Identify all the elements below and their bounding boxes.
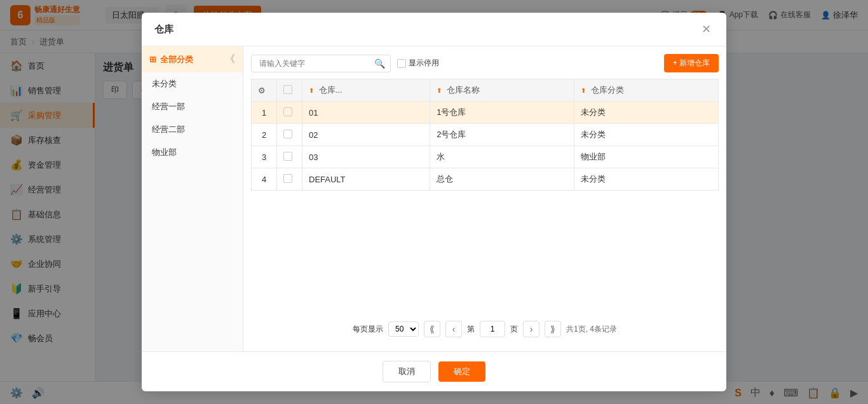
- table-body: 1 01 1号仓库 未分类 2 02 2号仓库: [252, 102, 719, 191]
- checkbox-icon: [397, 59, 406, 68]
- last-page-button[interactable]: ⟫: [545, 321, 561, 337]
- dialog-title: 仓库: [154, 24, 173, 36]
- category-property[interactable]: 物业部: [142, 141, 243, 164]
- first-page-button[interactable]: ⟪: [424, 321, 440, 337]
- total-info: 共1页, 4条记录: [566, 324, 617, 335]
- sort-icon: ⬆: [309, 87, 314, 94]
- table-scroll-area: ⚙ ⬆ 仓库... ⬆ 仓库名称: [251, 79, 719, 314]
- row-name: 总仓: [430, 168, 574, 191]
- row-category: 未分类: [574, 102, 719, 124]
- category-operations-2[interactable]: 经营二部: [142, 118, 243, 141]
- table-area: 🔍 显示停用 + 新增仓库 ⚙: [243, 46, 726, 351]
- th-name: ⬆ 仓库名称: [430, 79, 574, 102]
- page-size-select[interactable]: 50: [388, 321, 419, 337]
- search-input-wrap: 🔍: [251, 55, 391, 72]
- row-checkbox[interactable]: [277, 124, 302, 146]
- th-code: ⬆ 仓库...: [302, 79, 430, 102]
- table-row[interactable]: 1 01 1号仓库 未分类: [252, 102, 719, 124]
- category-unclassified[interactable]: 未分类: [142, 72, 243, 95]
- row-code: 03: [302, 146, 430, 168]
- grid-icon: ⊞: [149, 55, 156, 64]
- row-num: 1: [252, 102, 277, 124]
- prev-page-button[interactable]: ‹: [445, 321, 462, 337]
- category-sidebar: ⊞ 全部分类 《 未分类 经营一部 经营二部 物业部: [142, 46, 243, 351]
- row-category: 未分类: [574, 168, 719, 191]
- add-warehouse-button[interactable]: + 新增仓库: [664, 54, 719, 72]
- row-checkbox[interactable]: [277, 168, 302, 191]
- category-operations-1[interactable]: 经营一部: [142, 95, 243, 118]
- all-categories-item[interactable]: ⊞ 全部分类 《: [142, 46, 243, 72]
- sort-icon-cat: ⬆: [581, 87, 586, 94]
- dialog-footer: 取消 确定: [142, 351, 726, 391]
- row-code: DEFAULT: [302, 168, 430, 191]
- page-number-input[interactable]: [480, 321, 505, 337]
- row-name: 1号仓库: [430, 102, 574, 124]
- pagination-bar: 每页显示 50 ⟪ ‹ 第 页 › ⟫ 共1页, 4条记录: [251, 314, 719, 344]
- header-checkbox[interactable]: [283, 85, 292, 94]
- all-categories-label: ⊞ 全部分类: [149, 54, 193, 65]
- confirm-button[interactable]: 确定: [438, 361, 485, 382]
- th-checkbox: [277, 79, 302, 102]
- cancel-button[interactable]: 取消: [383, 361, 431, 382]
- row-num: 4: [252, 168, 277, 191]
- dialog-overlay: 仓库 ✕ ⊞ 全部分类 《 未分类 经营一部 经营二部 物业部: [0, 0, 868, 404]
- next-page-button[interactable]: ›: [523, 321, 539, 337]
- show-disabled-checkbox[interactable]: 显示停用: [397, 58, 439, 69]
- search-icon[interactable]: 🔍: [374, 58, 385, 69]
- row-num: 3: [252, 146, 277, 168]
- search-input[interactable]: [257, 55, 374, 72]
- table-header: ⚙ ⬆ 仓库... ⬆ 仓库名称: [252, 79, 719, 102]
- table-row[interactable]: 2 02 2号仓库 未分类: [252, 124, 719, 146]
- table-header-row: ⚙ ⬆ 仓库... ⬆ 仓库名称: [252, 79, 719, 102]
- row-name: 水: [430, 146, 574, 168]
- row-category: 未分类: [574, 124, 719, 146]
- dialog-header: 仓库 ✕: [142, 13, 726, 46]
- row-checkbox[interactable]: [277, 102, 302, 124]
- dialog-close-button[interactable]: ✕: [698, 22, 714, 37]
- table-row[interactable]: 3 03 水 物业部: [252, 146, 719, 168]
- row-name: 2号仓库: [430, 124, 574, 146]
- dialog-body: ⊞ 全部分类 《 未分类 经营一部 经营二部 物业部 🔍: [142, 46, 726, 351]
- row-category: 物业部: [574, 146, 719, 168]
- row-num: 2: [252, 124, 277, 146]
- sort-icon-name: ⬆: [437, 87, 442, 94]
- th-settings: ⚙: [252, 79, 277, 102]
- table-toolbar: 🔍 显示停用 + 新增仓库: [251, 54, 719, 72]
- table-row[interactable]: 4 DEFAULT 总仓 未分类: [252, 168, 719, 191]
- warehouse-dialog: 仓库 ✕ ⊞ 全部分类 《 未分类 经营一部 经营二部 物业部: [142, 13, 726, 391]
- collapse-icon[interactable]: 《: [225, 53, 235, 66]
- row-checkbox[interactable]: [277, 146, 302, 168]
- warehouse-table: ⚙ ⬆ 仓库... ⬆ 仓库名称: [251, 79, 719, 191]
- th-category: ⬆ 仓库分类: [574, 79, 719, 102]
- row-code: 01: [302, 102, 430, 124]
- row-code: 02: [302, 124, 430, 146]
